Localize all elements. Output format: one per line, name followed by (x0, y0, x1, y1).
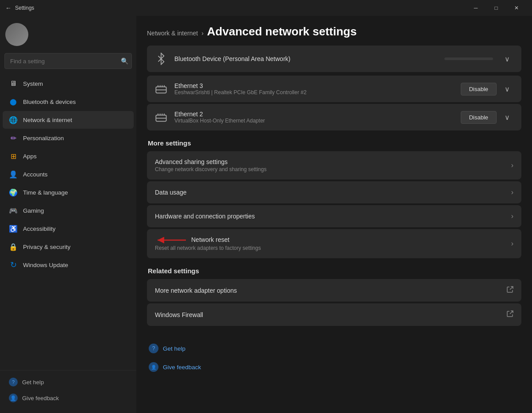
network-reset-title: Network reset (155, 236, 511, 244)
network-reset-row[interactable]: Network reset Reset all network adapters… (147, 229, 521, 258)
sidebar-item-privacy[interactable]: 🔒 Privacy & security (3, 238, 134, 256)
ethernet3-icon (154, 82, 168, 96)
sidebar-profile (0, 16, 136, 51)
search-input[interactable] (4, 53, 132, 69)
titlebar-left: ← Settings (5, 4, 34, 11)
windows-firewall-title: Windows Firewall (155, 311, 506, 318)
sidebar-item-label: Privacy & security (23, 244, 70, 250)
ethernet2-icon (154, 110, 168, 124)
sidebar: 🔍 🖥 System ⬤ Bluetooth & devices 🌐 Netwo… (0, 16, 136, 413)
close-button[interactable]: ✕ (506, 0, 527, 16)
give-feedback-link[interactable]: 👤 Give feedback (147, 359, 521, 375)
more-adapter-options-right (506, 286, 513, 294)
adapter-card-ethernet2[interactable]: Ethernet 2 VirtualBox Host-Only Ethernet… (147, 104, 521, 130)
windows-firewall-row[interactable]: Windows Firewall (147, 303, 521, 326)
ethernet2-name: Ethernet 2 (174, 111, 455, 118)
adapter-bluetooth-expand[interactable]: ∨ (500, 52, 514, 66)
ethernet3-desc: EeshwarSrishti | Realtek PCIe GbE Family… (174, 89, 455, 96)
titlebar-controls: ─ □ ✕ (466, 0, 527, 16)
hardware-connection-chevron: › (511, 212, 513, 220)
sidebar-item-personalization[interactable]: ✏ Personalization (3, 129, 134, 147)
data-usage-chevron: › (511, 188, 513, 196)
time-icon: 🌍 (9, 188, 18, 197)
avatar-inner (5, 23, 28, 46)
network-reset-content: Network reset Reset all network adapters… (155, 236, 511, 251)
feedback-label: Give feedback (22, 395, 59, 402)
more-settings-header: More settings (147, 139, 521, 147)
more-adapter-options-content: More network adapter options (155, 287, 506, 294)
back-icon[interactable]: ← (5, 4, 12, 11)
ethernet2-desc: VirtualBox Host-Only Ethernet Adapter (174, 118, 455, 124)
hardware-connection-content: Hardware and connection properties (155, 213, 511, 220)
data-usage-row[interactable]: Data usage › (147, 181, 521, 203)
ethernet2-disable-button[interactable]: Disable (461, 111, 497, 124)
bottom-links: ? Get help 👤 Give feedback (147, 340, 521, 375)
titlebar-title: Settings (15, 5, 34, 11)
accounts-icon: 👤 (9, 170, 18, 179)
adapter-card-bluetooth[interactable]: Bluetooth Device (Personal Area Network)… (147, 46, 521, 72)
windows-firewall-content: Windows Firewall (155, 311, 506, 318)
sidebar-item-give-feedback[interactable]: 👤 Give feedback (3, 390, 134, 406)
accessibility-icon: ♿ (9, 224, 18, 233)
more-adapter-external-icon (506, 286, 513, 294)
advanced-sharing-chevron: › (511, 161, 513, 169)
network-reset-right: › (511, 240, 513, 248)
main-content: Network & internet › Advanced network se… (136, 16, 532, 413)
ethernet2-expand[interactable]: ∨ (500, 110, 514, 124)
red-arrow-annotation (155, 236, 188, 244)
sidebar-item-label: Personalization (23, 135, 64, 141)
advanced-sharing-row[interactable]: Advanced sharing settings Change network… (147, 151, 521, 180)
ethernet3-disable-button[interactable]: Disable (461, 83, 497, 96)
search-icon: 🔍 (121, 57, 128, 65)
bluetooth-icon: ⬤ (9, 97, 18, 106)
more-adapter-options-row[interactable]: More network adapter options (147, 279, 521, 302)
sidebar-item-apps[interactable]: ⊞ Apps (3, 147, 134, 165)
privacy-icon: 🔒 (9, 242, 18, 251)
sidebar-item-get-help[interactable]: ? Get help (3, 374, 134, 390)
advanced-sharing-content: Advanced sharing settings Change network… (155, 158, 511, 172)
sidebar-item-label: Gaming (23, 207, 44, 214)
advanced-sharing-right: › (511, 161, 513, 169)
sidebar-item-system[interactable]: 🖥 System (3, 75, 134, 92)
adapter-bluetooth-info: Bluetooth Device (Personal Area Network) (174, 55, 438, 62)
firewall-external-icon (506, 310, 513, 319)
sidebar-item-gaming[interactable]: 🎮 Gaming (3, 202, 134, 219)
titlebar: ← Settings ─ □ ✕ (0, 0, 532, 16)
sidebar-item-label: Network & internet (23, 117, 72, 123)
sidebar-item-accounts[interactable]: 👤 Accounts (3, 165, 134, 183)
ethernet3-name: Ethernet 3 (174, 82, 455, 89)
feedback-icon: 👤 (9, 394, 18, 402)
maximize-button[interactable]: □ (486, 0, 506, 16)
sidebar-item-label: System (23, 80, 43, 87)
data-usage-title: Data usage (155, 189, 511, 196)
personalization-icon: ✏ (9, 134, 18, 142)
related-settings-header: Related settings (147, 267, 521, 275)
sidebar-item-update[interactable]: ↻ Windows Update (3, 256, 134, 274)
ethernet3-expand[interactable]: ∨ (500, 82, 514, 96)
adapter-bluetooth-actions: ∨ (444, 52, 514, 66)
sidebar-item-time[interactable]: 🌍 Time & language (3, 184, 134, 201)
get-help-label: Get help (22, 379, 44, 386)
sidebar-item-label: Windows Update (23, 262, 68, 268)
sidebar-item-accessibility[interactable]: ♿ Accessibility (3, 220, 134, 237)
adapter-card-ethernet3[interactable]: Ethernet 3 EeshwarSrishti | Realtek PCIe… (147, 76, 521, 102)
get-help-icon: ? (9, 378, 18, 386)
get-help-link[interactable]: ? Get help (147, 340, 521, 357)
get-help-link-icon: ? (149, 344, 158, 353)
apps-icon: ⊞ (9, 152, 18, 161)
ethernet3-info: Ethernet 3 EeshwarSrishti | Realtek PCIe… (174, 82, 455, 96)
advanced-sharing-desc: Change network discovery and sharing set… (155, 166, 511, 172)
sidebar-search: 🔍 (4, 53, 132, 69)
data-usage-right: › (511, 188, 513, 196)
gaming-icon: 🎮 (9, 206, 18, 215)
hardware-connection-row[interactable]: Hardware and connection properties › (147, 205, 521, 227)
ethernet3-actions: Disable ∨ (461, 82, 514, 96)
breadcrumb-separator: › (201, 30, 204, 37)
minimize-button[interactable]: ─ (466, 0, 486, 16)
network-reset-chevron: › (511, 240, 513, 248)
sidebar-item-label: Apps (23, 153, 37, 160)
windows-firewall-right (506, 310, 513, 319)
breadcrumb-parent[interactable]: Network & internet (147, 30, 198, 37)
sidebar-item-bluetooth[interactable]: ⬤ Bluetooth & devices (3, 93, 134, 111)
sidebar-item-network[interactable]: 🌐 Network & internet (3, 111, 134, 129)
